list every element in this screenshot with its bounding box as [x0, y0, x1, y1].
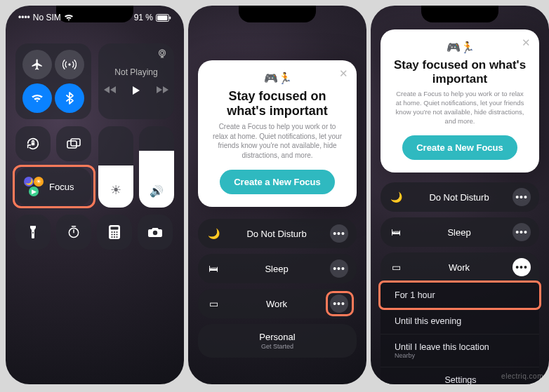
focus-mode-list: 🌙 Do Not Disturb ••• 🛏 Sleep ••• ▭ Work …: [381, 182, 539, 384]
watermark: electriq.com: [501, 372, 543, 380]
svg-rect-8: [71, 139, 80, 146]
svg-rect-12: [111, 227, 119, 230]
notch: [421, 6, 498, 22]
more-icon[interactable]: •••: [512, 258, 531, 276]
svg-point-4: [159, 50, 166, 56]
moon-icon: 🌙: [389, 191, 403, 203]
bed-icon: 🛏: [206, 263, 220, 274]
orientation-lock-toggle[interactable]: [15, 126, 51, 161]
svg-point-3: [68, 63, 70, 65]
create-focus-button[interactable]: Create a New Focus: [402, 135, 517, 160]
notch: [239, 6, 316, 22]
screenshot-2: ✕ 🎮🏃 Stay focused on what's important Cr…: [188, 6, 366, 384]
close-icon[interactable]: ✕: [339, 67, 348, 80]
focus-cluster-icon: 🌙☀▶: [24, 177, 44, 196]
wifi-icon: [64, 14, 74, 21]
airplay-icon[interactable]: [157, 49, 167, 58]
svg-point-20: [114, 236, 115, 238]
focus-work[interactable]: ▭ Work •••: [381, 252, 539, 282]
badge-icon: ▭: [389, 262, 403, 273]
airplane-mode-toggle[interactable]: [22, 50, 52, 79]
status-bar: •••• No SIM 91 %: [6, 10, 184, 25]
focus-promo-card: ✕ 🎮🏃 Stay focused on what's important Cr…: [198, 60, 357, 207]
promo-title: Stay focused on what's important: [211, 89, 344, 118]
focus-promo-card: ✕ 🎮🏃 Stay focused on what's important Cr…: [381, 29, 539, 173]
svg-point-5: [161, 51, 164, 55]
camera-button[interactable]: [138, 215, 173, 250]
promo-icon-cluster: 🎮🏃: [211, 72, 344, 85]
signal-icon: ••••: [18, 13, 30, 22]
svg-point-22: [153, 231, 157, 235]
focus-dnd[interactable]: 🌙 Do Not Disturb •••: [381, 182, 539, 212]
bed-icon: 🛏: [389, 227, 403, 238]
focus-sleep[interactable]: 🛏 Sleep •••: [198, 254, 357, 283]
focus-tile[interactable]: 🌙☀▶ Focus: [15, 168, 91, 205]
svg-point-18: [116, 234, 117, 235]
volume-icon: 🔊: [150, 184, 164, 198]
svg-point-16: [111, 234, 112, 235]
svg-point-15: [116, 231, 117, 233]
wifi-toggle[interactable]: [22, 83, 52, 113]
brightness-icon: ☀: [110, 182, 121, 198]
create-focus-button[interactable]: Create a New Focus: [220, 170, 335, 194]
timer-button[interactable]: [56, 215, 91, 250]
promo-body: Create a Focus to help you work or to re…: [393, 90, 527, 126]
promo-title: Stay focused on what's important: [393, 58, 527, 86]
screen-mirroring-toggle[interactable]: [56, 126, 91, 161]
focus-label: Focus: [49, 182, 74, 192]
focus-sleep[interactable]: 🛏 Sleep •••: [381, 217, 539, 247]
work-option-location[interactable]: Until I leave this location Nearby: [381, 334, 539, 367]
connectivity-cluster[interactable]: [15, 43, 91, 119]
screenshot-1: •••• No SIM 91 %: [6, 6, 184, 384]
svg-point-19: [111, 236, 112, 238]
svg-point-14: [114, 231, 115, 233]
more-icon[interactable]: •••: [330, 224, 348, 243]
work-option-evening[interactable]: Until this evening: [381, 308, 539, 334]
volume-slider[interactable]: 🔊: [139, 126, 174, 208]
close-icon[interactable]: ✕: [522, 36, 531, 49]
svg-rect-7: [67, 141, 77, 148]
focus-dnd[interactable]: 🌙 Do Not Disturb •••: [198, 219, 357, 248]
svg-rect-1: [157, 15, 168, 20]
bluetooth-toggle[interactable]: [55, 83, 84, 113]
battery-icon: [156, 14, 171, 22]
music-widget[interactable]: Not Playing: [98, 43, 174, 119]
forward-icon[interactable]: [156, 86, 168, 95]
play-icon[interactable]: [132, 86, 140, 95]
focus-mode-list: 🌙 Do Not Disturb ••• 🛏 Sleep ••• ▭ Work …: [198, 219, 357, 358]
promo-icon-cluster: 🎮🏃: [393, 41, 527, 54]
brightness-slider[interactable]: ☀: [98, 126, 133, 208]
rewind-icon[interactable]: [104, 86, 117, 95]
more-icon[interactable]: •••: [330, 259, 348, 278]
promo-body: Create a Focus to help you work or to re…: [211, 122, 344, 160]
work-option-1hour[interactable]: For 1 hour: [381, 282, 539, 308]
svg-point-9: [32, 232, 34, 234]
screenshot-3: ✕ 🎮🏃 Stay focused on what's important Cr…: [371, 6, 549, 384]
battery-label: 91 %: [134, 13, 153, 22]
calculator-button[interactable]: [97, 215, 132, 250]
control-center: Not Playing 🌙☀▶ Focus ☀ 🔊: [15, 43, 174, 367]
focus-work[interactable]: ▭ Work •••: [198, 289, 357, 318]
moon-icon: 🌙: [206, 228, 220, 239]
more-icon[interactable]: •••: [512, 188, 531, 206]
cellular-data-toggle[interactable]: [55, 50, 84, 79]
carrier-label: No SIM: [33, 13, 61, 22]
svg-point-21: [116, 236, 117, 238]
music-status-label: Not Playing: [114, 67, 157, 77]
svg-rect-6: [32, 142, 35, 145]
flashlight-toggle[interactable]: [15, 215, 51, 250]
svg-point-17: [114, 234, 115, 235]
focus-personal[interactable]: Personal Get Started: [198, 324, 357, 358]
svg-rect-2: [170, 16, 171, 19]
more-icon[interactable]: •••: [512, 223, 531, 241]
badge-icon: ▭: [206, 298, 220, 309]
svg-point-13: [111, 231, 112, 233]
more-icon[interactable]: •••: [330, 295, 348, 313]
